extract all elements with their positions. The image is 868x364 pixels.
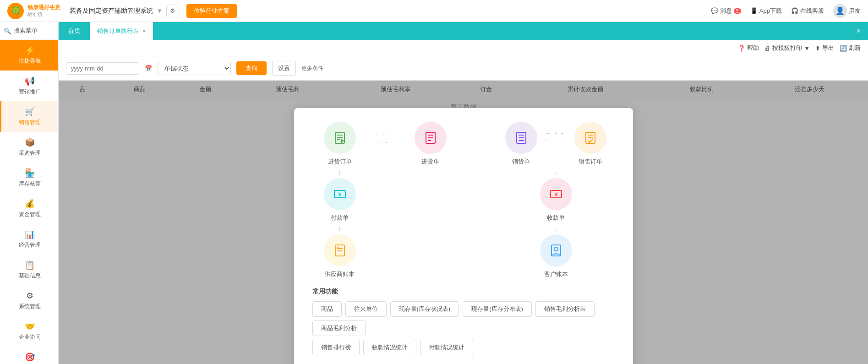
tab-close-icon[interactable]: × <box>142 28 146 34</box>
sidebar-item-purchase[interactable]: 📦 采购管理 <box>0 132 58 163</box>
purchase-icon: 📦 <box>25 137 35 147</box>
phone-icon: 📱 <box>750 7 758 14</box>
sidebar-search[interactable]: 🔍 搜索菜单 <box>0 22 58 40</box>
window-close-icon[interactable]: × <box>849 27 868 35</box>
node-purchase-order: 进货订单 <box>312 122 367 166</box>
headset-icon: 🎧 <box>791 7 798 14</box>
sidebar-item-system[interactable]: ⚙ 系统管理 <box>0 285 58 316</box>
customer-ledger-icon <box>540 234 572 266</box>
message-icon: 💬 <box>711 7 718 14</box>
func-btn-receipt-stats[interactable]: 收款情况统计 <box>363 340 416 355</box>
sidebar-item-operation[interactable]: 📊 经营管理 <box>0 224 58 255</box>
export-action[interactable]: ⬆ 导出 <box>815 44 834 52</box>
basic-info-icon: 📋 <box>25 260 35 270</box>
node-supplier-ledger: 供应商账本 <box>312 234 367 278</box>
refresh-icon: 🔄 <box>840 45 847 52</box>
settings-button-filter[interactable]: 设置 <box>272 61 296 76</box>
arrow-down-1: ↓ <box>338 168 342 176</box>
svg-rect-10 <box>337 247 338 249</box>
sidebar-item-enterprise[interactable]: 🤝 企业协同 <box>0 316 58 347</box>
receipt-icon: ¥ <box>540 178 572 210</box>
trial-button[interactable]: 体验行业方案 <box>186 4 237 18</box>
enterprise-icon: 🤝 <box>25 321 35 331</box>
sidebar: 🔍 搜索菜单 ⚡ 快捷导航 📢 营销推广 🛒 销售管理 📦 采购管理 <box>0 22 59 364</box>
node-payment: ¥ 付款单 <box>312 178 367 222</box>
payment-icon: ¥ <box>324 178 356 210</box>
tab-bar: 首页 销售订单执行表 × × <box>59 22 868 40</box>
node-purchase-bill: 进货单 <box>403 122 458 166</box>
modal-overlay: 进货订单 ↓ ¥ 付款单 ↓ <box>59 81 868 364</box>
svg-marker-4 <box>341 139 344 143</box>
status-select[interactable]: 单据状态 <box>158 62 231 75</box>
tab-sales-order[interactable]: 销售订单执行表 × <box>90 22 153 40</box>
inventory-icon: 🏪 <box>25 168 35 178</box>
app-download-action[interactable]: 📱 App下载 <box>750 7 782 15</box>
help-action[interactable]: ❓ 帮助 <box>738 44 759 52</box>
template-print-action[interactable]: 🖨 按模板打印 ▼ <box>764 44 810 52</box>
sale-bill-icon <box>505 122 537 154</box>
export-icon: ⬆ <box>815 45 820 52</box>
sidebar-item-marketing[interactable]: 📢 营销推广 <box>0 71 58 101</box>
top-bar: 🍀 畅康通好生意 标准版 装备及固定资产辅助管理系统 ▼ ⚙ 体验行业方案 💬 … <box>0 0 868 22</box>
func-btn-product[interactable]: 商品 <box>312 301 342 317</box>
svg-text:¥: ¥ <box>554 191 557 198</box>
online-service-action[interactable]: 🎧 在线客服 <box>791 7 824 15</box>
arrow-down-receipt: ↓ <box>554 224 558 233</box>
logo-text: 畅康通好生意 标准版 <box>27 4 60 18</box>
search-icon: 🔍 <box>4 27 11 34</box>
func-btn-product-profit[interactable]: 商品毛利分析 <box>312 321 366 336</box>
refresh-action[interactable]: 🔄 刷新 <box>840 44 861 52</box>
node-sale-bill: 销货单 <box>497 122 546 166</box>
tab-home[interactable]: 首页 <box>59 22 90 40</box>
message-action[interactable]: 💬 消息 5 <box>711 7 741 15</box>
more-conditions-link[interactable]: 更多条件 <box>301 65 323 72</box>
user-avatar-action[interactable]: 👤 用友 <box>833 4 861 18</box>
content-header: ❓ 帮助 🖨 按模板打印 ▼ ⬆ 导出 🔄 刷新 <box>59 40 868 56</box>
func-btn-stock-dist[interactable]: 现存量(库存分布表) <box>463 301 532 317</box>
system-name: 装备及固定资产辅助管理系统 <box>70 7 153 15</box>
guide-icon: 🎯 <box>25 352 35 362</box>
func-buttons-row2: 销售排行榜 收款情况统计 付款情况统计 <box>312 340 615 355</box>
operation-icon: 📊 <box>25 229 35 239</box>
filter-area: 📅 单据状态 查询 设置 更多条件 <box>59 56 868 81</box>
system-dropdown-icon[interactable]: ▼ <box>157 7 163 14</box>
message-badge: 5 <box>734 8 741 14</box>
purchase-bill-icon <box>415 122 447 154</box>
node-sale-order: 销售订单 <box>567 122 615 166</box>
print-dropdown-icon: ▼ <box>804 45 810 52</box>
logo-icon: 🍀 <box>7 3 24 19</box>
system-icon: ⚙ <box>26 291 33 301</box>
help-icon: ❓ <box>738 45 745 52</box>
sidebar-item-guide[interactable]: 🎯 新手引导 <box>0 347 58 364</box>
purchase-order-icon <box>324 122 356 154</box>
node-customer-ledger: 客户账本 <box>529 234 584 278</box>
sidebar-item-sales[interactable]: 🛒 销售管理 <box>0 101 58 132</box>
user-name: 用友 <box>849 7 861 15</box>
workflow-modal: 进货订单 ↓ ¥ 付款单 ↓ <box>294 108 633 364</box>
sidebar-item-quick-nav[interactable]: ⚡ 快捷导航 <box>0 40 58 71</box>
calendar-icon[interactable]: 📅 <box>145 65 152 72</box>
quick-nav-icon: ⚡ <box>25 45 35 55</box>
logo-area: 🍀 畅康通好生意 标准版 <box>7 3 66 19</box>
sidebar-item-inventory[interactable]: 🏪 库存核算 <box>0 163 58 193</box>
func-buttons-row1: 商品 往来单位 现存量(库存状况表) 现存量(库存分布表) 销售毛利分析表 商品… <box>312 301 615 336</box>
sale-order-icon <box>574 122 606 154</box>
search-button[interactable]: 查询 <box>236 61 267 75</box>
common-functions: 常用功能 商品 往来单位 现存量(库存状况表) 现存量(库存分布表) 销售毛利分… <box>312 288 615 355</box>
svg-text:¥: ¥ <box>338 191 341 198</box>
date-start-input[interactable] <box>66 62 139 75</box>
finance-icon: 💰 <box>25 199 35 209</box>
settings-button[interactable]: ⚙ <box>166 5 179 17</box>
avatar: 👤 <box>833 4 847 18</box>
supplier-ledger-icon <box>324 234 356 266</box>
node-receipt: ¥ 收款单 <box>529 178 584 222</box>
func-btn-stock-status[interactable]: 现存量(库存状况表) <box>390 301 459 317</box>
sidebar-item-finance[interactable]: 💰 资金管理 <box>0 193 58 224</box>
func-btn-sales-rank[interactable]: 销售排行榜 <box>312 340 360 355</box>
func-btn-sales-profit[interactable]: 销售毛利分析表 <box>535 301 595 317</box>
system-title: 装备及固定资产辅助管理系统 ▼ <box>70 7 163 15</box>
arrow-down-3: ↓ <box>338 224 342 233</box>
func-btn-partner[interactable]: 往来单位 <box>345 301 387 317</box>
sidebar-item-basic-info[interactable]: 📋 基础信息 <box>0 255 58 285</box>
func-btn-payment-stats[interactable]: 付款情况统计 <box>420 340 473 355</box>
